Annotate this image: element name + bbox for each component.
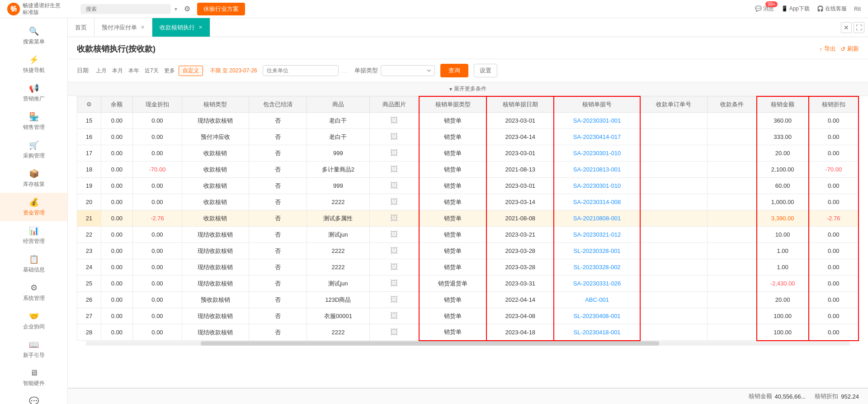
expand-conditions-button[interactable]: ▾ 展开更多条件	[449, 85, 486, 93]
invoice-no-link[interactable]: SL-20230328-001	[574, 247, 621, 254]
app-download-button[interactable]: 📱 App下载	[781, 5, 810, 13]
invoice-type-select[interactable]	[381, 65, 435, 76]
refresh-icon: ↺	[840, 46, 845, 52]
logo-icon: 畅	[7, 3, 20, 15]
invoice-no-link[interactable]: SA-20210813-001	[573, 166, 621, 173]
sidebar-item-sales[interactable]: 🏪 销售管理	[0, 107, 67, 136]
sales-icon: 🏪	[29, 112, 39, 122]
col-balance: 余额	[101, 96, 132, 113]
invoice-no-link[interactable]: SA-20230301-010	[573, 150, 621, 157]
sidebar-item-basic-info[interactable]: 📋 基础信息	[0, 250, 67, 278]
page-content: 收款核销执行(按收款) ↑ 导出 ↺ 刷新 日期 上月 本月	[68, 37, 868, 404]
sidebar-item-purchase[interactable]: 🛒 采购管理	[0, 136, 67, 164]
writeoff-discount-label: 核销折扣	[815, 392, 838, 400]
sidebar-item-label: 企业协同	[23, 323, 45, 331]
sidebar-item-management[interactable]: 📊 经营管理	[0, 221, 67, 250]
counterparty-dots: ...	[341, 67, 349, 74]
sidebar-item-guide[interactable]: 📖 新手引导	[0, 335, 67, 364]
invoice-no-link[interactable]: SA-20230414-017	[573, 133, 621, 140]
gear-icon[interactable]: ⚙	[181, 3, 193, 15]
user-name: Rit	[854, 6, 861, 12]
sidebar-item-hardware[interactable]: 🖥 智能硬件	[0, 364, 67, 392]
sidebar-item-inventory[interactable]: 📦 库存核算	[0, 164, 67, 193]
col-included-settled: 包含已结清	[249, 96, 307, 113]
query-button[interactable]: 查询	[440, 64, 468, 77]
table-row: 220.000.00现结收款核销否测试jun🖼销货单2023-03-21SA-2…	[77, 227, 859, 243]
col-invoice-type: 核销单据类型	[419, 96, 486, 113]
table-row: 280.000.00现结收款核销否2222🖼销货单2023-04-18SL-20…	[77, 324, 859, 341]
page-title: 收款核销执行(按收款)	[77, 43, 156, 54]
invoice-no-link[interactable]: SL-20230328-002	[574, 264, 621, 271]
industry-button[interactable]: 休验行业方案	[197, 3, 245, 15]
tab-writeoff[interactable]: 收款核销执行 ✕	[152, 18, 210, 37]
scrollbar-thumb[interactable]	[201, 341, 659, 346]
tab-label: 收款核销执行	[160, 24, 195, 32]
system-icon: ⚙	[30, 283, 38, 293]
message-button[interactable]: 💬 消息 99+	[755, 5, 774, 13]
more-date-button[interactable]: 更多	[162, 66, 177, 76]
sidebar-item-label: 搜索菜单	[23, 38, 45, 46]
col-gear[interactable]: ⚙	[77, 96, 101, 113]
tab-close-button[interactable]: ✕	[841, 22, 852, 33]
invoice-no-link[interactable]: SA-20230314-008	[573, 199, 621, 205]
invoice-no-link[interactable]: SA-20230301-001	[573, 117, 621, 124]
invoice-no-link[interactable]: SL-20230408-001	[574, 313, 621, 319]
this-month-button[interactable]: 本月	[110, 66, 125, 76]
sidebar-item-label: 资金管理	[23, 209, 45, 217]
online-service-button[interactable]: 🎧 在线客服	[817, 5, 847, 13]
collab-icon: 🤝	[29, 311, 39, 321]
invoice-no-link[interactable]: SA-20210808-001	[573, 215, 621, 222]
table-row: 200.000.00收款核销否2222🖼销货单2023-03-14SA-2023…	[77, 194, 859, 210]
invoice-no-link[interactable]: SA-20230301-010	[573, 182, 621, 189]
table-row: 230.000.00现结收款核销否2222🖼销货单2023-03-28SL-20…	[77, 243, 859, 259]
data-table-container: ⚙ 余额 现金折扣 核销类型 包含已结清 商品 商品图片 核销单据类型 核销单据…	[68, 96, 868, 388]
top-bar-center: ▾ ⚙ 休验行业方案	[80, 3, 750, 15]
writeoff-amount-label: 核销金额	[749, 392, 772, 400]
horizontal-scrollbar[interactable]	[86, 341, 850, 346]
sidebar-item-label: 系统管理	[23, 295, 45, 302]
settings-button[interactable]: 设置	[474, 64, 497, 77]
tab-close-icon[interactable]: ✕	[198, 24, 203, 30]
sidebar-item-label: 新手引导	[23, 352, 45, 359]
invoice-type-label: 单据类型	[354, 67, 378, 75]
search-input[interactable]	[80, 4, 171, 14]
filter-bar: 日期 上月 本月 本年 近7天 更多 自定义 不限 至 2023-07-26 .…	[68, 59, 868, 82]
invoice-no-link[interactable]: ABC-001	[585, 296, 609, 303]
basic-info-icon: 📋	[29, 254, 39, 264]
sidebar-item-marketing[interactable]: 📢 营销推广	[0, 79, 67, 107]
sidebar-item-label: 快捷导航	[23, 67, 45, 74]
table-row: 240.000.00现结收款核销否2222🖼销货单2023-03-28SL-20…	[77, 259, 859, 276]
writeoff-discount-total: 核销折扣 952.24	[815, 392, 859, 400]
export-button[interactable]: ↑ 导出	[820, 45, 836, 53]
tab-prepay[interactable]: 预付冲应付单 ✕	[94, 18, 152, 37]
dropdown-arrow-icon: ▾	[175, 6, 177, 12]
date-filter-group: 上月 本月 本年 近7天 更多 自定义	[94, 66, 203, 76]
custom-date-button[interactable]: 自定义	[179, 66, 203, 76]
last-month-button[interactable]: 上月	[94, 66, 108, 76]
sidebar-item-label: 智能硬件	[23, 380, 45, 387]
tab-close-icon[interactable]: ✕	[141, 24, 145, 30]
table-footer: 核销金额 40,556,66... 核销折扣 952.24	[68, 388, 868, 404]
sidebar-item-search[interactable]: 🔍 搜索菜单	[0, 22, 67, 50]
refresh-button[interactable]: ↺ 刷新	[840, 45, 859, 53]
inventory-icon: 📦	[29, 169, 39, 179]
marketing-icon: 📢	[29, 83, 39, 93]
invoice-no-link[interactable]: SA-20230321-012	[573, 231, 621, 238]
sidebar-item-collab[interactable]: 🤝 企业协同	[0, 307, 67, 335]
col-goods: 商品	[307, 96, 369, 113]
counterparty-input[interactable]	[263, 65, 339, 76]
invoice-no-link[interactable]: SA-20230331-026	[573, 280, 621, 287]
last-7days-button[interactable]: 近7天	[143, 66, 160, 76]
tab-home[interactable]: 首页	[68, 18, 94, 37]
tab-expand-button[interactable]: ⛶	[854, 22, 864, 33]
sidebar-item-quick-nav[interactable]: ⚡ 快捷导航	[0, 50, 67, 79]
table-row: 270.000.00现结收款核销否衣服00001🖼销货单2023-04-08SL…	[77, 308, 859, 324]
table-row: 190.000.00收款核销否999🖼销货单2023-03-01SA-20230…	[77, 178, 859, 194]
sidebar-item-system[interactable]: ⚙ 系统管理	[0, 278, 67, 307]
col-writeoff-discount: 核销折扣	[809, 96, 859, 113]
sidebar-item-finance[interactable]: 💰 资金管理	[0, 193, 67, 221]
this-year-button[interactable]: 本年	[127, 66, 141, 76]
sidebar-item-wechat[interactable]: 💬 企业微信	[0, 392, 67, 404]
invoice-no-link[interactable]: SL-20230418-001	[574, 329, 621, 336]
col-cash-discount: 现金折扣	[133, 96, 182, 113]
